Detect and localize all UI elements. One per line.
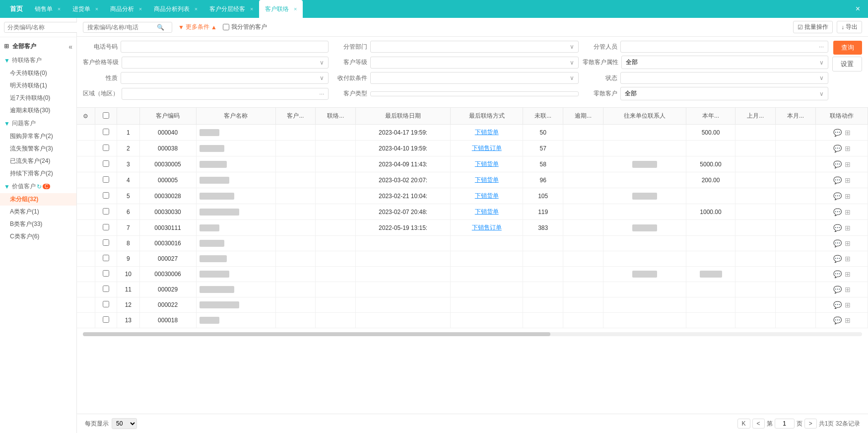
last-month-header[interactable]: 上月... [735,108,776,125]
region-select[interactable]: ··· [122,88,329,100]
last-contact-date-header[interactable]: 最后联络日期 [356,108,451,125]
type-column-header[interactable]: 客户... [275,108,316,125]
row-last-way-cell[interactable]: 下销货单 [451,204,523,220]
nature-select[interactable]: ∨ [121,72,329,84]
sidebar-item-tomorrow[interactable]: 明天待联络(1) [0,79,76,92]
row-last-way-cell[interactable]: 下销售订单 [451,141,523,156]
more-action-icon[interactable]: ⊞ [845,192,851,200]
contact-action-icon[interactable]: 💬 [833,286,842,293]
code-column-header[interactable]: 客户编码 [139,108,196,125]
close-product-list-icon[interactable]: × [195,6,198,12]
more-action-icon[interactable]: ⊞ [845,316,851,324]
customer-type-select[interactable] [370,91,578,96]
this-month-header[interactable]: 本月... [776,108,816,125]
close-product-analysis-icon[interactable]: × [139,6,142,12]
contact-action-icon[interactable]: 💬 [833,224,842,232]
status-select[interactable]: ∨ [620,72,828,84]
row-last-way-cell[interactable]: 下销货单 [451,156,523,172]
nav-product-analysis-list[interactable]: 商品分析列表 × [148,0,203,18]
sidebar-item-b-class[interactable]: B类客户(33) [0,218,76,230]
nav-product-analysis[interactable]: 商品分析 × [104,0,148,18]
nav-sales[interactable]: 销售单 × [29,0,67,18]
row-checkbox[interactable] [103,301,109,307]
nav-customer-segmentation[interactable]: 客户分层经客 × [203,0,259,18]
last-contact-link[interactable]: 下销货单 [475,208,499,215]
row-last-way-cell[interactable] [451,251,523,267]
sidebar-collapse-icon[interactable]: « [68,43,72,51]
scrollbar-thumb[interactable] [83,332,550,336]
row-checkbox[interactable] [103,270,109,277]
last-contact-link[interactable]: 下销售订单 [472,144,502,151]
my-customers-check[interactable] [223,24,229,30]
payment-select[interactable]: ∨ [370,72,578,84]
more-action-icon[interactable]: ⊞ [845,270,851,278]
window-close-button[interactable]: × [852,4,864,13]
row-last-way-cell[interactable] [451,236,523,251]
overdue-header[interactable]: 逾期... [563,108,603,125]
all-customers-header[interactable]: ⊞ 全部客户 « [0,39,76,54]
close-purchase-icon[interactable]: × [95,6,98,12]
contact-action-icon[interactable]: 💬 [833,176,842,184]
department-select[interactable]: ∨ [370,41,578,53]
row-checkbox[interactable] [103,129,109,135]
row-last-way-cell[interactable] [451,297,523,313]
next-page-button[interactable]: > [804,419,817,429]
last-contact-link[interactable]: 下销货单 [475,160,499,167]
customer-level-select[interactable]: ∨ [370,57,578,69]
more-filters-button[interactable]: ▼ 更多条件 ▲ [178,23,217,31]
batch-op-button[interactable]: ☑ 批量操作 [793,21,833,33]
horizontal-scrollbar[interactable] [83,332,862,336]
this-year-header[interactable]: 本年... [686,108,735,125]
sidebar-section-problem[interactable]: ▼ 问题客户 [0,117,76,130]
last-contact-link[interactable]: 下销货单 [475,192,499,199]
row-checkbox[interactable] [103,255,109,261]
contact-action-icon[interactable]: 💬 [833,208,842,216]
main-search-icon[interactable]: 🔍 [157,24,164,31]
main-search-input[interactable] [87,24,157,31]
retail-attr-select[interactable]: 全部 ∨ [621,56,828,69]
contact-action-icon[interactable]: 💬 [833,129,842,137]
nav-home[interactable]: 首页 [4,0,29,18]
sidebar-item-overdue[interactable]: 逾期未联络(30) [0,104,76,117]
row-checkbox[interactable] [103,286,109,292]
contact-action-icon[interactable]: 💬 [833,239,842,247]
name-column-header[interactable]: 客户名称 [196,108,275,125]
sidebar-item-ungrouped[interactable]: 未分组(32) [0,193,76,206]
row-checkbox[interactable] [103,192,109,199]
contact-action-icon[interactable]: 💬 [833,160,842,168]
reset-button[interactable]: 设置 [832,57,862,72]
row-last-way-cell[interactable]: 下销货单 [451,125,523,141]
query-button[interactable]: 查询 [833,41,862,55]
more-action-icon[interactable]: ⊞ [845,286,851,293]
nav-purchase[interactable]: 进货单 × [67,0,104,18]
more-action-icon[interactable]: ⊞ [845,301,851,309]
sidebar-section-value[interactable]: ▼ 价值客户 ↻ C [0,180,76,193]
more-action-icon[interactable]: ⊞ [845,239,851,247]
prev-page-button[interactable]: < [752,419,765,429]
contact-action-icon[interactable]: 💬 [833,192,842,200]
sidebar-item-churn-warning[interactable]: 流失预警客户(3) [0,143,76,155]
row-checkbox[interactable] [103,316,109,323]
first-page-button[interactable]: K [737,419,750,429]
more-action-icon[interactable]: ⊞ [845,208,851,216]
page-size-select[interactable]: 50 20 100 [112,418,137,429]
retail-customer-select[interactable]: 全部 ∨ [620,87,828,100]
contact-action-icon[interactable]: 💬 [833,316,842,324]
current-page-input[interactable] [775,419,795,429]
not-contact-header[interactable]: 未联... [523,108,563,125]
row-checkbox[interactable] [103,160,109,167]
more-action-icon[interactable]: ⊞ [845,224,851,232]
last-contact-link[interactable]: 下销售订单 [472,224,502,231]
manager-select[interactable]: ··· [620,41,828,53]
export-button[interactable]: ↓ 导出 [837,21,862,33]
sidebar-item-declining[interactable]: 持续下滑客户(2) [0,167,76,180]
row-last-way-cell[interactable] [451,267,523,282]
select-all-checkbox[interactable] [103,112,109,119]
sidebar-item-a-class[interactable]: A类客户(1) [0,206,76,218]
row-last-way-cell[interactable]: 下销货单 [451,188,523,204]
row-last-way-cell[interactable] [451,313,523,328]
refresh-icon[interactable]: ↻ [37,183,42,190]
last-contact-link[interactable]: 下销货单 [475,129,499,136]
main-search-box[interactable]: 🔍 [83,22,172,33]
sidebar-item-c-class[interactable]: C类客户(6) [0,230,76,243]
